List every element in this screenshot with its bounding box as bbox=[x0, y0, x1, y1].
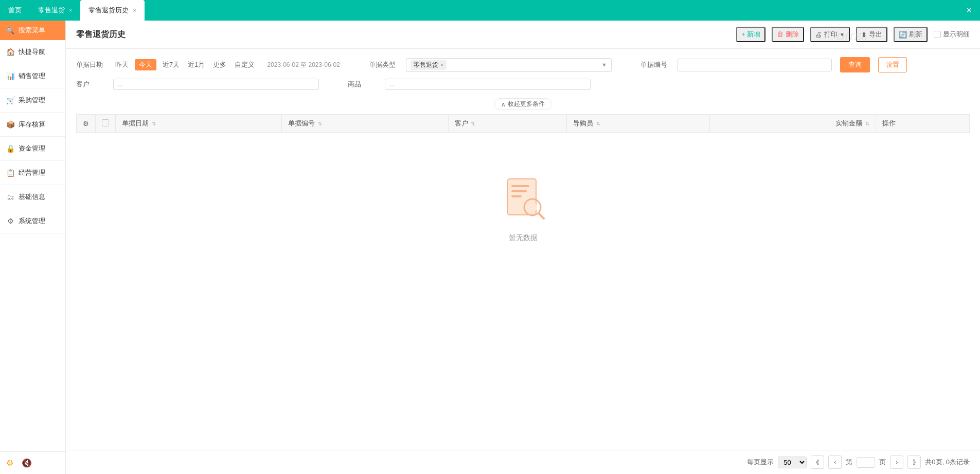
last-page-button[interactable]: ⟫ bbox=[907, 455, 921, 469]
th-date-label: 单据日期 bbox=[122, 119, 149, 127]
export-label: 导出 bbox=[869, 30, 882, 39]
top-bar: 首页零售退货×零售退货历史× × bbox=[0, 0, 980, 21]
settings-bottom-icon[interactable]: ⚙ bbox=[6, 458, 13, 468]
th-number[interactable]: 单据编号 ⇅ bbox=[282, 115, 448, 133]
empty-state: 暂无数据 bbox=[76, 133, 970, 284]
prev-page-button[interactable]: ‹ bbox=[828, 455, 842, 469]
date-filter-label: 单据日期 bbox=[76, 60, 105, 69]
sidebar-label: 快捷导航 bbox=[19, 47, 45, 57]
sidebar-label: 销售管理 bbox=[19, 71, 45, 81]
sidebar-item-销售管理[interactable]: 📊 销售管理 bbox=[0, 64, 65, 88]
date-opt-自定义[interactable]: 自定义 bbox=[233, 59, 257, 70]
collapse-up-icon: ∧ bbox=[501, 101, 506, 108]
tab-close-零售退货历史[interactable]: × bbox=[133, 7, 136, 13]
sidebar-item-系统管理[interactable]: ⚙ 系统管理 bbox=[0, 209, 65, 233]
th-date[interactable]: 单据日期 ⇅ bbox=[116, 115, 282, 133]
sidebar-item-库存核算[interactable]: 📦 库存核算 bbox=[0, 113, 65, 137]
sidebar-icon: 📦 bbox=[6, 120, 14, 129]
filter-row-1: 单据日期 昨天今天近7天近1月更多自定义 2023-06-02 至 2023-0… bbox=[76, 57, 970, 72]
volume-icon[interactable]: 🔇 bbox=[22, 458, 32, 468]
collapse-button[interactable]: ∧ 收起更多条件 bbox=[494, 98, 551, 110]
voucher-type-select[interactable]: 零售退货 × ▼ bbox=[406, 58, 612, 72]
table-header: ⚙ 单据日期 ⇅ 单据编号 ⇅ 客户 bbox=[77, 115, 970, 133]
sidebar-icon: 📋 bbox=[6, 169, 14, 177]
search-icon: 🔍 bbox=[6, 27, 14, 34]
th-amount-sort-icon: ⇅ bbox=[865, 121, 869, 126]
export-button[interactable]: ⬆ 导出 bbox=[856, 27, 887, 42]
th-number-sort-icon: ⇅ bbox=[318, 121, 322, 126]
voucher-type-label: 单据类型 bbox=[369, 60, 398, 69]
data-table: ⚙ 单据日期 ⇅ 单据编号 ⇅ 客户 bbox=[76, 114, 970, 133]
main-layout: 🔍 搜索菜单 🏠 快捷导航📊 销售管理🛒 采购管理📦 库存核算🔒 资金管理📋 经… bbox=[0, 21, 980, 474]
filter-area: 单据日期 昨天今天近7天近1月更多自定义 2023-06-02 至 2023-0… bbox=[66, 49, 980, 114]
print-label: 打印 bbox=[824, 30, 838, 39]
sidebar-search[interactable]: 🔍 搜索菜单 bbox=[0, 21, 65, 40]
customer-input[interactable]: ... bbox=[113, 79, 319, 90]
sidebar-item-快捷导航[interactable]: 🏠 快捷导航 bbox=[0, 40, 65, 64]
new-button[interactable]: + 新增 bbox=[736, 27, 765, 42]
svg-rect-2 bbox=[511, 190, 527, 192]
page-size-select[interactable]: 10 20 50 100 bbox=[778, 457, 807, 468]
th-guide-label: 导购员 bbox=[573, 119, 593, 127]
sidebar-item-基础信息[interactable]: 🗂 基础信息 bbox=[0, 185, 65, 209]
th-actions: 操作 bbox=[876, 115, 969, 133]
total-info: 共0页, 0条记录 bbox=[925, 458, 970, 467]
header-row: ⚙ 单据日期 ⇅ 单据编号 ⇅ 客户 bbox=[77, 115, 970, 133]
goods-input[interactable]: ... bbox=[385, 79, 591, 90]
th-amount[interactable]: 实销金额 ⇅ bbox=[709, 115, 876, 133]
tab-首页[interactable]: 首页 bbox=[0, 0, 30, 21]
delete-button[interactable]: 🗑 删除 bbox=[772, 27, 804, 42]
date-opt-近7天[interactable]: 近7天 bbox=[161, 59, 182, 70]
header-actions: + 新增 🗑 删除 🖨 打印 ▼ ⬆ 导出 🔄 刷新 显示明细 bbox=[736, 27, 970, 42]
settings-button[interactable]: 设置 bbox=[878, 57, 907, 72]
tab-零售退货[interactable]: 零售退货× bbox=[30, 0, 80, 21]
voucher-number-label: 单据编号 bbox=[640, 60, 669, 69]
th-amount-label: 实销金额 bbox=[835, 119, 862, 127]
show-detail-checkbox[interactable] bbox=[934, 31, 941, 38]
sidebar-icon: ⚙ bbox=[6, 217, 14, 225]
sidebar-label: 资金管理 bbox=[19, 144, 45, 153]
export-icon: ⬆ bbox=[861, 31, 867, 39]
svg-rect-1 bbox=[511, 185, 529, 187]
voucher-number-input[interactable] bbox=[678, 59, 832, 71]
refresh-label: 刷新 bbox=[909, 30, 922, 39]
print-button[interactable]: 🖨 打印 ▼ bbox=[810, 27, 850, 42]
page-size-label: 每页显示 bbox=[747, 458, 774, 467]
th-number-label: 单据编号 bbox=[288, 119, 315, 127]
query-button[interactable]: 查询 bbox=[840, 57, 870, 72]
select-all-checkbox[interactable] bbox=[102, 119, 109, 126]
voucher-type-tag-close[interactable]: × bbox=[440, 62, 443, 68]
refresh-button[interactable]: 🔄 刷新 bbox=[894, 27, 928, 42]
print-dropdown-icon: ▼ bbox=[840, 32, 845, 38]
next-page-button[interactable]: › bbox=[890, 455, 903, 469]
first-page-button[interactable]: ⟪ bbox=[811, 455, 824, 469]
pagination-bar: 每页显示 10 20 50 100 ⟪ ‹ 第 1 页 › ⟫ 共0页, 0条记… bbox=[66, 450, 980, 474]
th-customer[interactable]: 客户 ⇅ bbox=[448, 115, 567, 133]
show-detail-text: 显示明细 bbox=[943, 30, 970, 39]
sidebar-item-经营管理[interactable]: 📋 经营管理 bbox=[0, 161, 65, 185]
date-opt-近1月[interactable]: 近1月 bbox=[186, 59, 207, 70]
th-guide-sort-icon: ⇅ bbox=[596, 121, 600, 126]
tab-零售退货历史[interactable]: 零售退货历史× bbox=[80, 0, 144, 21]
date-opt-昨天[interactable]: 昨天 bbox=[113, 59, 131, 70]
date-opt-今天[interactable]: 今天 bbox=[135, 59, 156, 70]
window-close-button[interactable]: × bbox=[958, 5, 980, 16]
table-area: ⚙ 单据日期 ⇅ 单据编号 ⇅ 客户 bbox=[66, 114, 980, 450]
sidebar-label: 经营管理 bbox=[19, 168, 45, 177]
refresh-icon: 🔄 bbox=[899, 31, 907, 39]
page-header: 零售退货历史 + 新增 🗑 删除 🖨 打印 ▼ ⬆ 导出 🔄 刷新 bbox=[66, 21, 980, 49]
svg-rect-3 bbox=[511, 195, 522, 197]
th-checkbox[interactable] bbox=[96, 115, 116, 133]
tab-close-零售退货[interactable]: × bbox=[69, 7, 72, 13]
sidebar-icon: 🔒 bbox=[6, 144, 14, 153]
collapse-label: 收起更多条件 bbox=[508, 100, 545, 108]
svg-point-6 bbox=[528, 203, 537, 212]
sidebar-label: 库存核算 bbox=[19, 120, 45, 129]
th-settings[interactable]: ⚙ bbox=[77, 115, 96, 133]
sidebar-item-采购管理[interactable]: 🛒 采购管理 bbox=[0, 88, 65, 113]
th-guide[interactable]: 导购员 ⇅ bbox=[567, 115, 709, 133]
page-number-input[interactable]: 1 bbox=[857, 457, 875, 468]
sidebar-icon: 🏠 bbox=[6, 48, 14, 56]
date-opt-更多[interactable]: 更多 bbox=[211, 59, 228, 70]
sidebar-item-资金管理[interactable]: 🔒 资金管理 bbox=[0, 137, 65, 161]
